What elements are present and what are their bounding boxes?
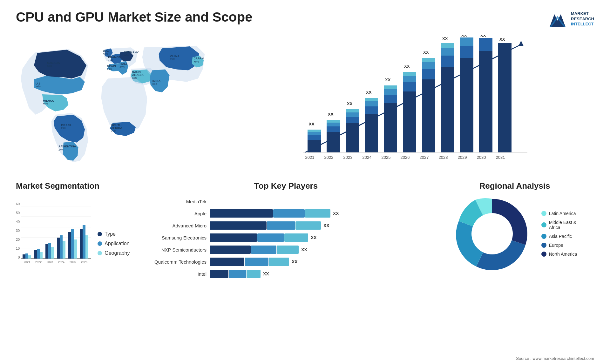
svg-rect-47	[403, 82, 416, 91]
svg-text:XX: XX	[442, 36, 448, 41]
bottom-content: Market Segmentation 0 10 20 30 40 50 60	[16, 178, 594, 282]
apple-value: XX	[333, 211, 339, 216]
legend-europe: Europe	[541, 243, 577, 248]
svg-text:2030: 2030	[477, 155, 486, 160]
player-name-intel: Intel	[143, 271, 207, 277]
geography-label: Geography	[105, 250, 130, 256]
mexico-label: MEXICO	[43, 99, 55, 102]
legend-geography: Geography	[98, 250, 130, 256]
player-bar-qualcomm: XX	[210, 258, 429, 266]
svg-text:xx%: xx%	[108, 59, 113, 62]
svg-text:xx%: xx%	[43, 102, 48, 105]
svg-rect-101	[51, 247, 54, 259]
svg-rect-104	[60, 235, 63, 259]
svg-text:xx%: xx%	[170, 58, 175, 61]
svg-text:2024: 2024	[58, 260, 64, 264]
nxp-value: XX	[301, 247, 307, 252]
svg-rect-91	[23, 254, 25, 259]
svg-text:xx%: xx%	[152, 83, 158, 85]
svg-text:2031: 2031	[496, 155, 505, 160]
svg-rect-53	[422, 62, 435, 69]
svg-rect-52	[422, 69, 435, 79]
player-name-apple: Apple	[143, 211, 207, 216]
svg-rect-111	[80, 229, 83, 259]
svg-rect-56	[441, 67, 454, 152]
player-row-mediatek: MediaTek	[143, 197, 429, 206]
svg-text:2022: 2022	[324, 155, 334, 160]
player-bar-apple: XX	[210, 209, 429, 218]
seg-bars-svg: 2021 2022 2023	[21, 196, 91, 266]
player-name-advanced: Advanced Micro	[143, 223, 207, 228]
svg-text:XX: XX	[385, 78, 391, 82]
svg-text:xx%: xx%	[120, 65, 125, 68]
segmentation-section: Market Segmentation 0 10 20 30 40 50 60	[16, 181, 137, 282]
svg-text:2025: 2025	[382, 155, 391, 160]
logo: MARKET RESEARCH INTELLECT	[548, 10, 594, 29]
svg-rect-42	[384, 95, 397, 103]
svg-rect-23	[308, 132, 321, 135]
svg-text:xx%: xx%	[61, 127, 66, 130]
main-content: CANADA xx% U.S. xx% MEXICO xx% BRAZIL xx…	[0, 32, 610, 282]
svg-rect-103	[57, 238, 60, 259]
player-row-intel: Intel XX	[143, 270, 429, 278]
svg-rect-97	[40, 252, 43, 259]
svg-text:2026: 2026	[81, 260, 87, 264]
player-bar-nxp: XX	[210, 246, 429, 254]
player-row-apple: Apple XX	[143, 209, 429, 218]
svg-text:AFRICA: AFRICA	[111, 126, 122, 130]
svg-rect-57	[441, 56, 454, 67]
svg-rect-58	[441, 48, 454, 56]
svg-rect-107	[68, 232, 71, 259]
middle-east-label: Middle East &Africa	[549, 220, 576, 230]
svg-rect-105	[63, 241, 65, 259]
svg-rect-54	[422, 58, 435, 62]
intel-value: XX	[263, 271, 269, 276]
svg-rect-32	[346, 117, 359, 123]
latin-america-dot	[541, 211, 546, 216]
player-bar-mediatek	[210, 197, 429, 206]
svg-rect-67	[479, 38, 492, 51]
map-section: CANADA xx% U.S. xx% MEXICO xx% BRAZIL xx…	[16, 32, 213, 178]
svg-rect-95	[34, 250, 37, 259]
svg-text:xx%: xx%	[124, 54, 129, 57]
legend-north-america: North America	[541, 252, 577, 257]
players-section: Top Key Players MediaTek Apple XX	[143, 181, 429, 282]
svg-text:2026: 2026	[401, 155, 410, 160]
brazil-label: BRAZIL	[61, 124, 72, 127]
regional-title: Regional Analysis	[435, 181, 594, 191]
player-row-samsung: Samsung Electronics XX	[143, 233, 429, 242]
svg-text:XX: XX	[309, 122, 315, 126]
svg-text:xx%: xx%	[47, 64, 52, 67]
north-america-dot	[541, 252, 546, 257]
source-text: Source : www.marketresearchintellect.com	[516, 356, 594, 361]
world-map: CANADA xx% U.S. xx% MEXICO xx% BRAZIL xx…	[16, 38, 213, 172]
svg-rect-38	[365, 101, 378, 106]
regional-section: Regional Analysis	[435, 181, 594, 282]
legend-application: Application	[98, 241, 130, 246]
svg-text:2023: 2023	[47, 260, 53, 264]
svg-rect-33	[346, 112, 359, 117]
spain-label: SPAIN	[107, 64, 116, 68]
growth-bar-chart: XX XX XX XX XX	[226, 35, 594, 168]
players-title: Top Key Players	[143, 181, 429, 191]
svg-text:xx%: xx%	[111, 130, 116, 133]
donut-chart	[452, 194, 532, 273]
legend-latin-america: Latin America	[541, 211, 577, 216]
svg-rect-44	[384, 85, 397, 89]
logo-icon	[548, 10, 567, 29]
legend-asia-pacific: Asia Pacific	[541, 234, 577, 239]
svg-rect-43	[384, 89, 397, 95]
segmentation-chart: 0 10 20 30 40 50 60	[16, 196, 137, 266]
player-name-qualcomm: Qualcomm Technologies	[143, 259, 207, 265]
svg-rect-48	[403, 76, 416, 82]
svg-text:XX: XX	[480, 35, 486, 38]
player-row-advanced: Advanced Micro XX	[143, 221, 429, 230]
svg-rect-29	[327, 120, 340, 123]
svg-rect-49	[403, 72, 416, 76]
china-label: CHINA	[170, 55, 180, 58]
japan-label: JAPAN	[194, 57, 204, 60]
svg-text:xx%: xx%	[132, 77, 137, 79]
header: CPU and GPU Market Size and Scope MARKET…	[0, 0, 610, 32]
segmentation-title: Market Segmentation	[16, 181, 137, 191]
asia-pacific-label: Asia Pacific	[549, 234, 572, 239]
